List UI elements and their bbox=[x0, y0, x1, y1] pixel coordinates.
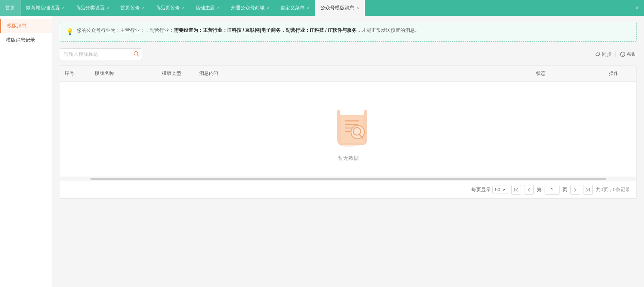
page-size-dropdown[interactable]: 50 bbox=[492, 186, 508, 193]
close-tab-template-msg[interactable]: × bbox=[357, 6, 359, 10]
col-header-name: 模版名称 bbox=[90, 70, 157, 77]
nav-tab-home[interactable]: 首页 bbox=[0, 0, 21, 16]
sync-button[interactable]: 同步 bbox=[595, 51, 611, 58]
main-layout: 模版消息 模版消息记录 💡 您的公众号行业为：主营行业：，副营行业：需要设置为：… bbox=[0, 16, 644, 287]
toolbar-divider: | bbox=[615, 51, 616, 57]
notice-text: 您的公众号行业为：主营行业：，副营行业：需要设置为：主营行业：IT科技 / 互联… bbox=[77, 27, 420, 34]
svg-text:·: · bbox=[335, 120, 336, 123]
last-page-icon bbox=[586, 187, 590, 192]
nav-tab-home-decor[interactable]: 首页装修 × bbox=[115, 0, 150, 16]
toolbar-right: 同步 | ? 帮助 bbox=[595, 51, 637, 58]
horizontal-scrollbar[interactable] bbox=[60, 177, 636, 181]
notice-suffix: 才能正常发送预置的消息。 bbox=[361, 27, 420, 33]
close-tab-open-mall[interactable]: × bbox=[267, 6, 269, 10]
close-tab-custom-menu[interactable]: × bbox=[307, 6, 309, 10]
chevron-down-icon bbox=[502, 188, 506, 192]
prev-page-button[interactable] bbox=[524, 185, 534, 195]
close-all-tabs-button[interactable]: × bbox=[630, 4, 644, 11]
help-button[interactable]: ? 帮助 bbox=[620, 51, 637, 58]
notice-box: 💡 您的公众号行业为：主营行业：，副营行业：需要设置为：主营行业：IT科技 / … bbox=[60, 22, 637, 42]
total-info: 共0页，0条记录 bbox=[596, 186, 630, 193]
empty-illustration: ✦ · · bbox=[326, 104, 371, 149]
nav-tab-open-mall[interactable]: 开通公众号商城 × bbox=[225, 0, 275, 16]
nav-tab-label-home: 首页 bbox=[5, 4, 15, 11]
search-input[interactable] bbox=[60, 48, 142, 60]
scroll-thumb[interactable] bbox=[90, 178, 606, 180]
sync-icon bbox=[595, 52, 600, 57]
empty-text: 暂无数据 bbox=[338, 155, 359, 162]
page-size-select: 每页显示 50 bbox=[471, 186, 508, 193]
page-unit: 页 bbox=[563, 186, 567, 193]
close-tab-shop-theme[interactable]: × bbox=[217, 6, 220, 10]
empty-state: ✦ · · 暂无数据 bbox=[60, 82, 636, 177]
svg-line-1 bbox=[138, 55, 139, 56]
nav-tab-product-category[interactable]: 商品分类设置 × bbox=[70, 0, 115, 16]
nav-tab-custom-menu[interactable]: 自定义菜单 × bbox=[275, 0, 315, 16]
page-label: 第 bbox=[537, 186, 542, 193]
search-button[interactable] bbox=[133, 51, 139, 58]
search-bar: 同步 | ? 帮助 bbox=[60, 48, 637, 60]
col-header-content: 消息内容 bbox=[195, 70, 531, 77]
close-tab-product-category[interactable]: × bbox=[107, 6, 110, 10]
nav-tab-label-product-decor: 商品页装修 bbox=[155, 4, 180, 11]
close-tab-shop-setting[interactable]: × bbox=[62, 6, 65, 10]
close-tab-product-decor[interactable]: × bbox=[182, 6, 185, 10]
col-header-action: 操作 bbox=[591, 70, 636, 77]
notice-highlight: 需要设置为：主营行业：IT科技 / 互联网|电子商务，副营行业：IT科技 / I… bbox=[174, 27, 361, 33]
first-page-button[interactable] bbox=[511, 185, 521, 195]
close-tab-home-decor[interactable]: × bbox=[142, 6, 145, 10]
first-page-icon bbox=[514, 187, 518, 192]
next-page-icon bbox=[573, 187, 577, 192]
sidebar: 模版消息 模版消息记录 bbox=[0, 16, 52, 287]
nav-tab-label-shop-setting: 微商城店铺设置 bbox=[26, 4, 60, 11]
col-header-status: 状态 bbox=[531, 70, 591, 77]
help-icon: ? bbox=[620, 52, 625, 57]
data-table: 序号 模版名称 模版类型 消息内容 状态 操作 bbox=[60, 65, 637, 199]
top-nav: 首页 微商城店铺设置 × 商品分类设置 × 首页装修 × 商品页装修 × 店铺主… bbox=[0, 0, 644, 16]
table-header: 序号 模版名称 模版类型 消息内容 状态 操作 bbox=[60, 66, 636, 82]
bulb-icon: 💡 bbox=[66, 27, 74, 37]
nav-tab-shop-theme[interactable]: 店铺主题 × bbox=[190, 0, 225, 16]
nav-tab-label-home-decor: 首页装修 bbox=[120, 4, 140, 11]
notice-prefix: 您的公众号行业为：主营行业：，副营行业： bbox=[77, 27, 174, 33]
pagination: 每页显示 50 bbox=[60, 181, 636, 198]
page-size-value: 50 bbox=[495, 187, 500, 192]
nav-tab-label-product-category: 商品分类设置 bbox=[76, 4, 105, 11]
nav-tab-label-open-mall: 开通公众号商城 bbox=[231, 4, 265, 11]
sidebar-item-template-msg-record[interactable]: 模版消息记录 bbox=[0, 33, 52, 47]
search-icon bbox=[133, 51, 139, 57]
svg-text:·: · bbox=[366, 118, 367, 122]
sidebar-item-label-template-msg: 模版消息 bbox=[7, 23, 27, 28]
page-number-input[interactable] bbox=[545, 185, 560, 195]
nav-tab-label-template-msg: 公众号模版消息 bbox=[320, 4, 354, 11]
nav-tab-shop-setting[interactable]: 微商城店铺设置 × bbox=[21, 0, 70, 16]
sidebar-item-label-template-msg-record: 模版消息记录 bbox=[6, 37, 35, 43]
content-area: 💡 您的公众号行业为：主营行业：，副营行业：需要设置为：主营行业：IT科技 / … bbox=[52, 16, 644, 287]
last-page-button[interactable] bbox=[583, 185, 593, 195]
prev-page-icon bbox=[527, 187, 531, 192]
sync-label: 同步 bbox=[602, 51, 611, 58]
nav-tab-template-msg[interactable]: 公众号模版消息 × bbox=[315, 0, 365, 16]
next-page-button[interactable] bbox=[570, 185, 580, 195]
search-input-wrap bbox=[60, 48, 142, 60]
col-header-type: 模版类型 bbox=[157, 70, 195, 77]
svg-text:✦: ✦ bbox=[363, 112, 366, 116]
col-header-seq: 序号 bbox=[60, 70, 90, 77]
nav-tab-label-custom-menu: 自定义菜单 bbox=[280, 4, 305, 11]
nav-tab-product-decor[interactable]: 商品页装修 × bbox=[150, 0, 190, 16]
svg-text:?: ? bbox=[622, 53, 624, 57]
nav-tab-label-shop-theme: 店铺主题 bbox=[195, 4, 215, 11]
help-label: 帮助 bbox=[627, 51, 637, 58]
page-size-label: 每页显示 bbox=[471, 186, 491, 193]
sidebar-item-template-msg[interactable]: 模版消息 bbox=[0, 19, 52, 33]
